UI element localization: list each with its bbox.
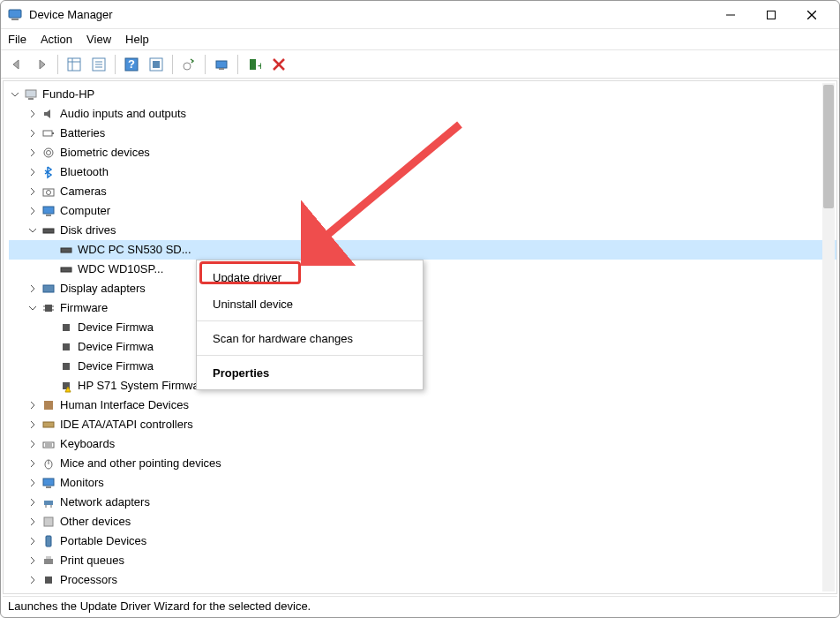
toolbar-sep <box>115 55 116 74</box>
chevron-right-icon[interactable] <box>26 283 39 295</box>
vertical-scrollbar[interactable] <box>822 83 835 592</box>
menu-view[interactable]: View <box>86 33 111 46</box>
chevron-right-icon[interactable] <box>26 477 39 489</box>
chevron-right-icon[interactable] <box>26 147 39 159</box>
chevron-right-icon[interactable] <box>26 166 39 178</box>
chevron-right-icon[interactable] <box>26 535 39 547</box>
close-button[interactable] <box>791 1 832 29</box>
menu-action[interactable]: Action <box>41 33 72 46</box>
chevron-down-icon[interactable] <box>26 224 39 237</box>
chevron-right-icon[interactable] <box>26 554 39 567</box>
chevron-right-icon[interactable] <box>26 496 39 509</box>
tree-item-network[interactable]: Network adapters <box>9 493 836 512</box>
chevron-right-icon[interactable] <box>26 127 39 139</box>
back-button[interactable] <box>5 53 28 76</box>
tree-item-disk-drives[interactable]: Disk drives <box>9 221 836 240</box>
menu-help[interactable]: Help <box>125 33 149 46</box>
hid-icon <box>41 397 56 413</box>
tree-item-monitors[interactable]: Monitors <box>9 473 836 493</box>
action-toolbar-button[interactable] <box>145 53 168 76</box>
chevron-right-icon[interactable] <box>26 205 39 217</box>
context-item-label: Uninstall device <box>213 298 293 311</box>
tree-label: Firmware <box>60 298 108 318</box>
svg-rect-61 <box>44 559 53 564</box>
context-uninstall-device[interactable]: Uninstall device <box>197 290 423 317</box>
tree-label: Print queues <box>60 551 124 570</box>
chevron-right-icon[interactable] <box>26 438 39 450</box>
monitor-icon <box>41 203 56 219</box>
svg-point-29 <box>47 151 51 155</box>
disk-icon <box>58 242 74 258</box>
add-legacy-hardware-button[interactable]: + <box>243 53 266 76</box>
tree-item-disk1[interactable]: WDC PC SN530 SD... <box>9 240 836 260</box>
camera-icon <box>41 184 56 200</box>
tree-item-audio[interactable]: Audio inputs and outputs <box>9 104 836 124</box>
tree-label: Device Firmwa <box>78 337 154 357</box>
scan-hardware-toolbar-button[interactable] <box>210 53 233 76</box>
forward-button[interactable] <box>30 53 53 76</box>
svg-rect-47 <box>44 401 53 410</box>
help-toolbar-button[interactable]: ? <box>120 53 143 76</box>
update-driver-toolbar-button[interactable] <box>177 53 200 76</box>
chevron-right-icon[interactable] <box>26 457 39 470</box>
tree-label: Keyboards <box>60 434 115 454</box>
speaker-icon <box>41 106 56 122</box>
tree-label: Device Firmwa <box>78 357 154 376</box>
svg-rect-38 <box>45 305 52 312</box>
tree-item-biometric[interactable]: Biometric devices <box>9 143 836 162</box>
maximize-button[interactable] <box>751 1 791 29</box>
tree-label: Monitors <box>60 473 104 493</box>
tree-root[interactable]: Fundo-HP <box>9 85 836 104</box>
toolbar-sep <box>205 55 206 74</box>
chevron-down-icon[interactable] <box>26 302 39 314</box>
tree-label: Bluetooth <box>60 162 109 182</box>
tree-label: HP S71 System Firmware <box>78 376 209 396</box>
tree-label: Fundo-HP <box>42 85 94 104</box>
tree-item-mice[interactable]: Mice and other pointing devices <box>9 454 836 473</box>
tree-item-other[interactable]: Other devices <box>9 512 836 531</box>
tree-item-ide[interactable]: IDE ATA/ATAPI controllers <box>9 415 836 434</box>
svg-rect-44 <box>63 343 70 350</box>
tree-item-cameras[interactable]: Cameras <box>9 182 836 201</box>
chevron-right-icon[interactable] <box>26 418 39 431</box>
minimize-button[interactable] <box>710 1 751 29</box>
tree-item-bluetooth[interactable]: Bluetooth <box>9 162 836 182</box>
chevron-right-icon[interactable] <box>26 185 39 198</box>
tree-item-portable[interactable]: Portable Devices <box>9 531 836 551</box>
chevron-right-icon[interactable] <box>26 399 39 411</box>
tree-label: Computer <box>60 201 110 221</box>
tree-item-computer[interactable]: Computer <box>9 201 836 221</box>
svg-rect-62 <box>46 556 51 559</box>
tree-item-batteries[interactable]: Batteries <box>9 124 836 143</box>
chevron-down-icon[interactable] <box>9 88 21 101</box>
svg-rect-0 <box>9 10 21 18</box>
menu-file[interactable]: File <box>8 33 26 46</box>
context-properties[interactable]: Properties <box>197 359 423 386</box>
chip-icon <box>58 320 74 335</box>
show-hide-tree-button[interactable] <box>63 53 86 76</box>
chevron-right-icon[interactable] <box>26 516 39 528</box>
tree-item-keyboards[interactable]: Keyboards <box>9 434 836 454</box>
chevron-right-icon[interactable] <box>26 108 39 120</box>
context-item-label: Properties <box>213 366 269 380</box>
svg-rect-18 <box>216 61 227 68</box>
properties-toolbar-button[interactable] <box>87 53 110 76</box>
context-separator <box>197 355 423 356</box>
disk-icon <box>41 222 56 238</box>
mouse-icon <box>41 456 56 471</box>
menubar: File Action View Help <box>1 29 839 50</box>
tree-item-processors[interactable]: Processors <box>9 570 836 590</box>
svg-rect-19 <box>219 68 224 70</box>
scrollbar-thumb[interactable] <box>823 85 834 208</box>
keyboard-icon <box>41 436 56 452</box>
tree-item-hid[interactable]: Human Interface Devices <box>9 396 836 415</box>
svg-rect-35 <box>61 248 71 252</box>
context-scan-hardware[interactable]: Scan for hardware changes <box>197 325 423 351</box>
context-update-driver[interactable]: Update driver <box>197 264 423 290</box>
tree-item-printq[interactable]: Print queues <box>9 551 836 570</box>
cpu-icon <box>41 572 56 588</box>
chevron-right-icon[interactable] <box>26 574 39 586</box>
fingerprint-icon <box>41 145 56 161</box>
tree-label: Disk drives <box>60 221 116 240</box>
uninstall-device-toolbar-button[interactable] <box>267 53 290 76</box>
